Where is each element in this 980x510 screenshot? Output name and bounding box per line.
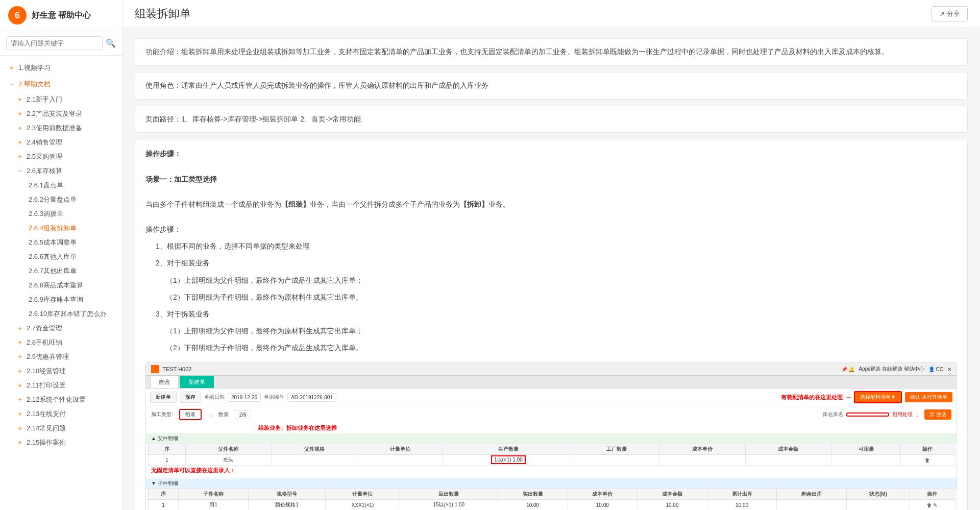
sidebar-item-cases[interactable]: ＋ 2.15操作案例 (12, 435, 122, 450)
sidebar-item-data[interactable]: ＋ 2.3使用前数据准备 (12, 121, 122, 135)
sidebar-item-error[interactable]: 2.6.10库存账本错了怎么办 (24, 307, 122, 321)
docs-sub-tree: ＋ 2.1新手入门 ＋ 2.2产品安装及登录 ＋ 2.3使用前数据准备 ＋ 2.… (0, 92, 122, 450)
mock-upper-table: 序 父件名称 父件规格 计量单位 生产数量 工厂数量 成本单价 成本金额 可用量 (148, 444, 954, 466)
arrow-up-icon: ↑ (231, 467, 234, 473)
upper-th-6: 成本单价 (659, 444, 745, 455)
mock-tab-ziyng[interactable]: 自营 (150, 376, 179, 388)
sidebar-item-faq[interactable]: ＋ 2.14常见问题 (12, 421, 122, 435)
info-block-1: 功能介绍：组装拆卸单用来处理企业组装或拆卸等加工业务，支持有固定装配清单的产品加… (135, 38, 968, 66)
info-text-1: 功能介绍：组装拆卸单用来处理企业组装或拆卸等加工业务，支持有固定装配清单的产品加… (145, 46, 957, 58)
sidebar-item-custom[interactable]: ＋ 2.12系统个性化设置 (12, 393, 122, 407)
mock-type-label: 加工类型: (151, 411, 173, 418)
expand-icon: ＋ (16, 138, 23, 147)
expand-icon: ＋ (16, 438, 23, 447)
screenshot-mockup: TEST-H002 📌 🔔 Apps帮助 在线帮助 帮助中心 👤 CC ✕ 自营 (145, 362, 957, 510)
mock-form-date: 2019-12-26 (228, 393, 261, 402)
sidebar-item-inventory[interactable]: － 2.6库存核算 (12, 164, 122, 178)
sidebar-sub-label: 2.6.4组装拆卸单 (29, 224, 77, 233)
sidebar-item-ledger[interactable]: 2.6.9库存账本查询 (24, 293, 122, 307)
mock-btn-save[interactable]: 保存 (180, 392, 201, 403)
mock-btn-apply[interactable]: 弃 激活 (924, 409, 951, 420)
sidebar-item-otherin[interactable]: 2.6.6其他入库单 (24, 250, 122, 264)
sidebar-item-assembly[interactable]: 2.6.4组装拆卸单 (24, 221, 122, 235)
sidebar-sub-label: 2.1新手入门 (27, 95, 62, 104)
sidebar-sub-label: 2.9优惠券管理 (27, 352, 69, 361)
expand-icon: ＋ (16, 324, 23, 333)
sidebar-item-costcalc[interactable]: 2.6.8商品成本重算 (24, 278, 122, 293)
sidebar-item-docs[interactable]: － 2.帮助文档 (0, 76, 122, 92)
mock-btn-new[interactable]: 新建单 (150, 392, 177, 403)
mock-num-label: 数量 (218, 411, 229, 418)
topbar: 组装拆卸单 ↗ 分享 (122, 0, 980, 28)
mock-tab-new[interactable]: 新建单 (180, 376, 214, 388)
sidebar-item-video[interactable]: ＋ 1.视频学习 (0, 60, 122, 76)
sidebar-sub-label: 2.4销售管理 (27, 138, 62, 147)
search-button[interactable]: 🔍 (106, 38, 116, 48)
nav-tree: ＋ 1.视频学习 － 2.帮助文档 ＋ 2.1新手入门 ＋ 2.2产品安装及登录… (0, 56, 122, 510)
mock-num-val: 2/6 (235, 410, 251, 419)
sidebar-item-partcount[interactable]: 2.6.2分量盘点单 (24, 192, 122, 207)
scene1-title: 场景一：加工类型选择 (145, 173, 957, 186)
sidebar-sub-label: 2.6.3调拨单 (29, 209, 63, 218)
mock-btn-bom[interactable]: 选择配料清单▼ (854, 391, 902, 403)
sidebar-sub-label: 2.6.8商品成本重算 (29, 281, 83, 290)
sidebar-sub-label: 2.11打印设置 (27, 381, 66, 390)
assembly-step-1: （1）上部明细为父件明细，最终作为产成品生成其它入库单； (166, 274, 957, 287)
mock-user-icon: 👤 CC (928, 367, 943, 372)
sidebar-item-otherout[interactable]: 2.6.7其他出库单 (24, 264, 122, 278)
sidebar-sub-label: 2.6.9库存账本查询 (29, 295, 83, 304)
sidebar-item-new[interactable]: ＋ 2.1新手入门 (12, 92, 122, 107)
sidebar-item-coupon[interactable]: ＋ 2.9优惠券管理 (12, 350, 122, 364)
sidebar-item-print[interactable]: ＋ 2.11打印设置 (12, 378, 122, 393)
collapse-icon: － (8, 80, 15, 89)
sidebar-item-sales[interactable]: ＋ 2.4销售管理 (12, 135, 122, 150)
sidebar-sub-label: 2.15操作案例 (27, 438, 66, 447)
sidebar-item-ops[interactable]: ＋ 2.10经营管理 (12, 364, 122, 378)
sidebar-sub-label: 2.8手机旺铺 (27, 338, 62, 347)
search-input[interactable] (6, 36, 103, 50)
sidebar-item-stockcount[interactable]: 2.6.1盘点单 (24, 178, 122, 192)
mock-upper-header: ▲ 父件明细 (151, 435, 178, 442)
sidebar-item-costadjust[interactable]: 2.6.5成本调整单 (24, 235, 122, 250)
mock-lower-header: ▼ 子件明细 (151, 480, 178, 487)
expand-icon: ＋ (8, 63, 15, 72)
mock-nav-icons: Apps帮助 在线帮助 帮助中心 (859, 366, 924, 373)
arrow-right-icon: ↓ (916, 411, 919, 418)
share-icon: ↗ (939, 10, 945, 18)
disassemble-step-2: （2）下部明细为子件明细，最终作为产成品生成其它入库单。 (166, 342, 957, 354)
upper-th-7: 成本金额 (745, 444, 831, 455)
annotation-table: 无固定清单可以直接在这里录入 (151, 467, 230, 473)
content-area: 功能介绍：组装拆卸单用来处理企业组装或拆卸等加工业务，支持有固定装配清单的产品加… (122, 28, 980, 510)
info-block-2: 使用角色：通常由生产人员或库管人员完成拆装业务的操作，库管人员确认原材料的出库和… (135, 72, 968, 100)
sidebar-item-video-label: 1.视频学习 (18, 63, 51, 72)
inventory-sub-tree: 2.6.1盘点单 2.6.2分量盘点单 2.6.3调拨单 2.6.4组装拆卸单 … (12, 178, 122, 321)
upper-th-5: 工厂数量 (574, 444, 659, 455)
mock-store-label: 库仓库名 (823, 411, 843, 418)
expand-icon: ＋ (16, 124, 23, 133)
expand-icon: ＋ (16, 381, 23, 390)
sidebar-item-docs-label: 2.帮助文档 (18, 80, 51, 89)
sidebar-sub-label: 2.6.7其他出库单 (29, 266, 77, 276)
scene1-desc: 当由多个子件材料组装成一个成品的业务为【组装】业务，当由一个父件拆分成多个子产品… (145, 198, 957, 211)
upper-th-9: 操作 (901, 444, 954, 455)
sidebar-item-mobile[interactable]: ＋ 2.8手机旺铺 (12, 335, 122, 350)
expand-icon: ＋ (16, 367, 23, 376)
step-2: 2、对于组装业务 (156, 257, 957, 270)
annotation-top: 有装配清单的在这里处理 (781, 394, 843, 401)
disassemble-title: 3、对于拆装业务 (156, 308, 957, 321)
mock-btn-confirm[interactable]: 确认 执行其他单 (905, 392, 952, 402)
arrow-icon: → (845, 393, 852, 401)
sidebar-item-online[interactable]: ＋ 2.13在线支付 (12, 407, 122, 421)
share-button[interactable]: ↗ 分享 (932, 6, 968, 21)
sidebar-item-purchase[interactable]: ＋ 2.5采购管理 (12, 150, 122, 164)
sidebar: 6 好生意 帮助中心 🔍 ＋ 1.视频学习 － 2.帮助文档 ＋ 2.1新手入门… (0, 0, 122, 510)
expand-icon: ＋ (16, 352, 23, 361)
upper-row-1: 1 光头 1以(×1) 1.00 🗑 (149, 455, 954, 466)
mock-store-input (846, 412, 889, 417)
step-1: 1、根据不同的业务，选择不同单据的类型来处理 (156, 240, 957, 253)
sidebar-item-cash[interactable]: ＋ 2.7资金管理 (12, 321, 122, 335)
sidebar-item-install[interactable]: ＋ 2.2产品安装及登录 (12, 107, 122, 121)
sidebar-item-adjust[interactable]: 2.6.3调拨单 (24, 207, 122, 221)
logo-bar: 6 好生意 帮助中心 (0, 0, 122, 31)
sidebar-sub-label: 2.5采购管理 (27, 152, 62, 161)
